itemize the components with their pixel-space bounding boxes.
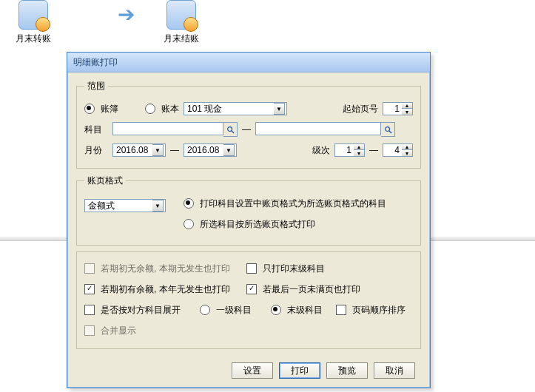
group-range-legend: 范围 <box>84 80 108 92</box>
cancel-button[interactable]: 取消 <box>374 362 415 379</box>
search-icon[interactable] <box>223 122 238 137</box>
check-merge-label: 合并显示 <box>101 325 136 337</box>
radio-book-all-label[interactable]: 账簿 <box>101 103 118 115</box>
check-opening-nonzero[interactable] <box>84 284 95 294</box>
dash-label: — <box>170 145 179 155</box>
svg-line-3 <box>388 130 391 132</box>
combo-format[interactable]: 金额式 ▼ <box>84 199 166 212</box>
desktop-icon-close[interactable]: 月末结账 <box>159 0 203 45</box>
radio-leaf[interactable] <box>271 305 281 315</box>
svg-point-2 <box>385 126 389 131</box>
ledger-icon <box>18 0 48 30</box>
check-opening-zero <box>84 263 95 274</box>
spinner-down-icon[interactable]: ▾ <box>402 109 413 115</box>
check-only-leaf[interactable] <box>246 263 257 274</box>
subject-from-input <box>112 122 223 135</box>
check-expand-opposite[interactable] <box>84 305 95 315</box>
dialog-title[interactable]: 明细账打印 <box>67 53 430 72</box>
ledger-icon <box>166 0 196 30</box>
level-from-value: 1 <box>334 143 354 157</box>
start-page-value: 1 <box>383 102 402 115</box>
radio-format2[interactable] <box>184 219 194 229</box>
level-to-value: 4 <box>383 143 402 157</box>
radio-format1-label[interactable]: 打印科目设置中账页格式为所选账页格式的科目 <box>200 197 386 210</box>
check-merge <box>84 325 95 336</box>
check-last-page-label[interactable]: 若最后一页未满页也打印 <box>263 283 360 296</box>
check-pageorder-label[interactable]: 页码顺序排序 <box>352 304 406 317</box>
desktop-icon-transfer[interactable]: 月末转账 <box>11 0 55 45</box>
dash-label: — <box>242 124 251 135</box>
radio-leaf-label[interactable]: 末级科目 <box>287 304 323 317</box>
level-label: 级次 <box>312 144 330 157</box>
print-button[interactable]: 打印 <box>279 362 320 379</box>
settings-button[interactable]: 设置 <box>232 362 273 379</box>
print-dialog: 明细账打印 范围 账簿 账本 101 现金 ▼ 起始页号 1 <box>67 52 431 388</box>
month-to-combo[interactable]: 2016.08 ▼ <box>184 143 237 157</box>
svg-point-0 <box>227 126 232 131</box>
radio-format1[interactable] <box>184 198 194 209</box>
chevron-down-icon[interactable]: ▼ <box>152 144 164 156</box>
chevron-down-icon[interactable]: ▼ <box>274 103 285 115</box>
combo-bookone[interactable]: 101 现金 ▼ <box>184 102 287 115</box>
check-last-page[interactable] <box>246 284 257 294</box>
radio-level1-label[interactable]: 一级科目 <box>216 304 252 317</box>
start-page-spinner[interactable]: 1 ▴ ▾ <box>383 102 413 115</box>
subject-to[interactable] <box>255 122 395 137</box>
spinner-down-icon[interactable]: ▾ <box>354 150 365 157</box>
start-page-label: 起始页号 <box>343 103 378 115</box>
radio-format2-label[interactable]: 所选科目按所选账页格式打印 <box>200 218 315 231</box>
chevron-down-icon[interactable]: ▼ <box>152 200 164 212</box>
check-opening-nonzero-label[interactable]: 若期初有余额, 本年无发生也打印 <box>101 283 230 296</box>
month-from-combo[interactable]: 2016.08 ▼ <box>112 143 166 157</box>
spinner-down-icon[interactable]: ▾ <box>402 150 413 157</box>
group-range: 范围 账簿 账本 101 现金 ▼ 起始页号 1 ▴ ▾ <box>76 80 421 169</box>
subject-from[interactable] <box>112 122 238 137</box>
check-pageorder[interactable] <box>336 305 346 315</box>
radio-level1[interactable] <box>200 305 210 315</box>
check-opening-zero-label: 若期初无余额, 本期无发生也打印 <box>101 263 230 275</box>
radio-book-one-label[interactable]: 账本 <box>161 103 179 115</box>
month-from-value: 2016.08 <box>115 145 152 155</box>
level-to-spinner[interactable]: 4 ▴▾ <box>383 143 413 157</box>
radio-book-one[interactable] <box>145 104 155 114</box>
check-expand-opposite-label[interactable]: 是否按对方科目展开 <box>101 304 181 317</box>
check-only-leaf-label[interactable]: 只打印末级科目 <box>263 263 325 275</box>
svg-line-1 <box>231 130 233 132</box>
chevron-down-icon[interactable]: ▼ <box>223 144 235 156</box>
search-icon[interactable] <box>381 122 395 137</box>
combo-bookone-value: 101 现金 <box>186 103 274 115</box>
preview-button[interactable]: 预览 <box>326 362 368 379</box>
dash-label: — <box>369 145 378 155</box>
subject-label: 科目 <box>84 124 108 136</box>
desktop-icon-label: 月末结账 <box>159 33 203 45</box>
group-format: 账页格式 金额式 ▼ 打印科目设置中账页格式为所选账页格式的科目 所选科目按所选… <box>76 175 421 246</box>
arrow-icon: ➔ <box>107 0 144 28</box>
group-options: 若期初无余额, 本期无发生也打印 只打印末级科目 若期初有余额, 本年无发生也打… <box>76 251 421 349</box>
radio-book-all[interactable] <box>84 104 95 114</box>
month-label: 月份 <box>84 144 108 157</box>
combo-format-value: 金额式 <box>87 200 152 212</box>
group-format-legend: 账页格式 <box>84 175 126 187</box>
month-to-value: 2016.08 <box>186 145 223 155</box>
level-from-spinner[interactable]: 1 ▴▾ <box>334 143 365 157</box>
subject-to-input <box>255 122 381 135</box>
desktop-icon-label: 月末转账 <box>11 33 55 45</box>
